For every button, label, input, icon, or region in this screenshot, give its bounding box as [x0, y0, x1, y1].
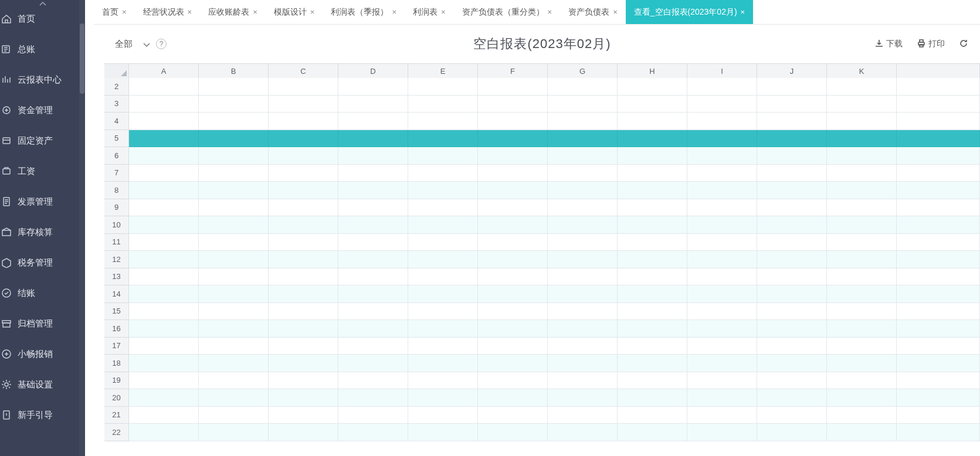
cell-D16[interactable]	[338, 320, 408, 338]
tab-5[interactable]: 利润表×	[405, 0, 454, 24]
cell-D19[interactable]	[338, 372, 408, 390]
close-icon[interactable]: ×	[441, 8, 446, 16]
cell-H16[interactable]	[618, 320, 687, 338]
cell-I7[interactable]	[687, 165, 757, 182]
cell-A5[interactable]	[129, 130, 199, 148]
cell-D5[interactable]	[338, 130, 408, 148]
cell-J16[interactable]	[757, 320, 827, 338]
cell-G2[interactable]	[548, 78, 618, 96]
cell-A9[interactable]	[129, 199, 199, 217]
cell-B13[interactable]	[199, 268, 269, 286]
cell-G21[interactable]	[548, 407, 618, 424]
cell-H10[interactable]	[618, 216, 687, 234]
select-all-corner[interactable]	[104, 64, 129, 78]
sidebar-item-home[interactable]: 首页	[0, 4, 85, 34]
cell-J4[interactable]	[757, 113, 827, 130]
cell-H8[interactable]	[618, 182, 687, 199]
cell-B20[interactable]	[199, 389, 269, 407]
cell-B14[interactable]	[199, 285, 269, 303]
cell-J15[interactable]	[757, 303, 827, 321]
cell-A17[interactable]	[129, 338, 199, 355]
cell-C9[interactable]	[269, 199, 338, 217]
cell-J6[interactable]	[757, 147, 827, 165]
close-icon[interactable]: ×	[188, 8, 192, 16]
cell-D20[interactable]	[338, 389, 408, 407]
sidebar-item-invoice[interactable]: 发票管理	[0, 186, 85, 217]
cell-B17[interactable]	[199, 338, 269, 355]
cell-K12[interactable]	[827, 251, 897, 268]
cell-K14[interactable]	[827, 285, 897, 303]
col-header-K[interactable]: K	[827, 64, 897, 78]
cell-I14[interactable]	[687, 285, 757, 303]
cell-K20[interactable]	[827, 389, 897, 407]
cell-B18[interactable]	[199, 355, 269, 372]
cell-B22[interactable]	[199, 424, 269, 441]
cell-E21[interactable]	[408, 407, 478, 424]
cell-D11[interactable]	[338, 234, 408, 251]
cell-K21[interactable]	[827, 407, 897, 424]
cell-G5[interactable]	[548, 130, 618, 148]
row-header-18[interactable]: 18	[104, 355, 129, 372]
cell-A20[interactable]	[129, 389, 199, 407]
cell-I2[interactable]	[687, 78, 757, 96]
cell-E20[interactable]	[408, 389, 478, 407]
sidebar-item-report[interactable]: 云报表中心	[0, 64, 85, 95]
sidebar-scrollbar-thumb[interactable]	[80, 23, 84, 94]
cell-E14[interactable]	[408, 285, 478, 303]
cell-D2[interactable]	[338, 78, 408, 96]
cell-D10[interactable]	[338, 216, 408, 234]
cell-D22[interactable]	[338, 424, 408, 441]
cell-B19[interactable]	[199, 372, 269, 390]
row-header-4[interactable]: 4	[104, 113, 129, 130]
cell-H11[interactable]	[618, 234, 687, 251]
cell-F11[interactable]	[478, 234, 548, 251]
grid[interactable]: 2345678910111213141516171819202122	[104, 78, 980, 456]
cell-B2[interactable]	[199, 78, 269, 96]
close-icon[interactable]: ×	[741, 8, 745, 16]
cell-A2[interactable]	[129, 78, 199, 96]
cell-H2[interactable]	[618, 78, 687, 96]
tab-3[interactable]: 模版设计×	[266, 0, 323, 24]
cell-I3[interactable]	[687, 96, 757, 113]
cell-K17[interactable]	[827, 338, 897, 355]
sidebar-item-guide[interactable]: 新手引导	[0, 400, 85, 430]
cell-extra-7[interactable]	[897, 165, 980, 182]
sidebar-item-tax[interactable]: 税务管理	[0, 247, 85, 278]
col-header-G[interactable]: G	[548, 64, 618, 78]
cell-extra-17[interactable]	[897, 338, 980, 355]
cell-G13[interactable]	[548, 268, 618, 286]
row-header-19[interactable]: 19	[104, 372, 129, 390]
cell-H5[interactable]	[618, 130, 687, 148]
cell-I13[interactable]	[687, 268, 757, 286]
cell-J2[interactable]	[757, 78, 827, 96]
cell-I10[interactable]	[687, 216, 757, 234]
cell-K19[interactable]	[827, 372, 897, 390]
cell-D12[interactable]	[338, 251, 408, 268]
cell-extra-22[interactable]	[897, 424, 980, 441]
cell-I4[interactable]	[687, 113, 757, 130]
cell-C5[interactable]	[269, 130, 338, 148]
close-icon[interactable]: ×	[122, 8, 127, 16]
cell-extra-10[interactable]	[897, 216, 980, 234]
cell-J14[interactable]	[757, 285, 827, 303]
cell-extra-15[interactable]	[897, 303, 980, 321]
cell-G3[interactable]	[548, 96, 618, 113]
col-header-I[interactable]: I	[687, 64, 757, 78]
row-header-2[interactable]: 2	[104, 78, 129, 96]
cell-extra-4[interactable]	[897, 113, 980, 130]
cell-H18[interactable]	[618, 355, 687, 372]
cell-F18[interactable]	[478, 355, 548, 372]
cell-D4[interactable]	[338, 113, 408, 130]
cell-D7[interactable]	[338, 165, 408, 182]
cell-H15[interactable]	[618, 303, 687, 321]
sidebar-item-salary[interactable]: 工资	[0, 156, 85, 186]
sidebar-item-funds[interactable]: 资金管理	[0, 95, 85, 125]
cell-J19[interactable]	[757, 372, 827, 390]
cell-H17[interactable]	[618, 338, 687, 355]
cell-A8[interactable]	[129, 182, 199, 199]
cell-K2[interactable]	[827, 78, 897, 96]
cell-C2[interactable]	[269, 78, 338, 96]
cell-A14[interactable]	[129, 285, 199, 303]
cell-K10[interactable]	[827, 216, 897, 234]
cell-D18[interactable]	[338, 355, 408, 372]
